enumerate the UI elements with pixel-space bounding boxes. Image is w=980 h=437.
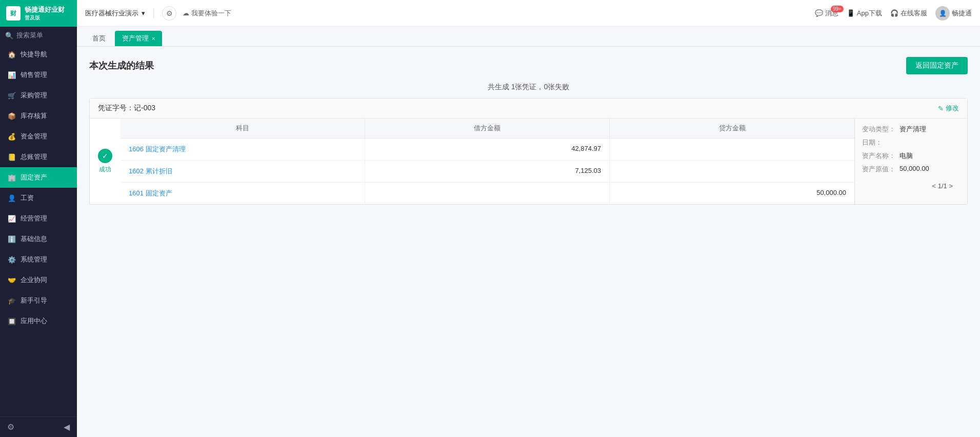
- asset-name-value: 电脑: [899, 151, 913, 161]
- page-title: 本次生成的结果: [89, 59, 154, 72]
- sidebar-item-guide[interactable]: 🎓 新手引导: [0, 290, 77, 311]
- td-subject-0: 1606 固定资产清理: [121, 138, 365, 160]
- app-download-button[interactable]: 📱 App下载: [847, 9, 882, 18]
- table-row-1: 1602 累计折旧 7,125.03: [121, 161, 854, 183]
- sidebar-item-sales[interactable]: 📊 销售管理: [0, 65, 77, 85]
- voucher-header: 凭证字号：记-003 ✎ 修改: [90, 98, 967, 118]
- back-to-fixed-assets-button[interactable]: 返回固定资产: [906, 57, 968, 74]
- search-menu-item[interactable]: 🔍 搜索菜单: [0, 27, 77, 44]
- app-download-label: App下载: [857, 9, 882, 18]
- tabs-bar: 首页 资产管理 ×: [77, 27, 980, 47]
- sidebar-item-ledger[interactable]: 📒 总账管理: [0, 147, 77, 167]
- sidebar-item-app-center[interactable]: 🔲 应用中心: [0, 311, 77, 331]
- tab-home[interactable]: 首页: [85, 31, 113, 46]
- sidebar-footer: ⚙ ◀: [0, 416, 77, 437]
- success-checkmark: ✓: [98, 149, 112, 163]
- table-row-2: 1601 固定资产 50,000.00: [121, 183, 854, 204]
- summary-line: 共生成 1张凭证，0张失败: [89, 83, 968, 92]
- purchase-label: 采购管理: [21, 91, 47, 100]
- asset-name-row: 资产名称： 电脑: [862, 151, 960, 161]
- main-area: 医疗器械行业演示 ▾ ⚙ ☁ 我要体验一下 💬 消息 99+ 📱 App下载 🎧…: [77, 0, 980, 437]
- messages-badge: 99+: [831, 6, 844, 12]
- topbar-divider: [153, 8, 154, 18]
- sidebar-item-business[interactable]: 📈 经营管理: [0, 208, 77, 229]
- logo-subtitle: 普及版: [25, 14, 65, 21]
- edit-button[interactable]: ✎ 修改: [938, 104, 959, 113]
- date-row: 日期：: [862, 138, 960, 147]
- logo-icon: 财: [6, 6, 21, 21]
- payroll-icon: 👤: [7, 193, 16, 203]
- guide-icon: 🎓: [7, 296, 16, 305]
- sidebar-item-fixed-assets[interactable]: 🏢 固定资产: [0, 167, 77, 188]
- tab-asset-management[interactable]: 资产管理 ×: [115, 31, 162, 46]
- asset-name-label: 资产名称：: [862, 151, 895, 161]
- table-row-0: 1606 固定资产清理 42,874.97: [121, 138, 854, 161]
- fixed-assets-icon: 🏢: [7, 173, 16, 182]
- voucher-number: 凭证字号：记-003: [98, 104, 155, 113]
- sidebar-item-system[interactable]: ⚙️ 系统管理: [0, 249, 77, 270]
- purchase-icon: 🛒: [7, 91, 16, 100]
- pagination[interactable]: < 1/1 >: [862, 178, 960, 194]
- table-header: 科目 借方金额 贷方金额: [121, 118, 854, 138]
- sidebar-logo: 财 畅捷通好业财 普及版: [0, 0, 77, 27]
- inventory-icon: 📦: [7, 111, 16, 121]
- success-row: ✓ 成功 科目 借方金额 贷方金额 1606 固定资产清理 42,874.97 …: [90, 118, 854, 204]
- voucher-body: ✓ 成功 科目 借方金额 贷方金额 1606 固定资产清理 42,874.97 …: [90, 118, 967, 204]
- topbar: 医疗器械行业演示 ▾ ⚙ ☁ 我要体验一下 💬 消息 99+ 📱 App下载 🎧…: [77, 0, 980, 27]
- company-name: 医疗器械行业演示: [85, 9, 138, 18]
- business-label: 经营管理: [21, 214, 47, 223]
- fixed-assets-label: 固定资产: [21, 173, 47, 182]
- tab-close-icon[interactable]: ×: [152, 35, 155, 42]
- logo-text: 畅捷通好业财 普及版: [25, 6, 65, 21]
- settings-button[interactable]: ⚙: [162, 6, 176, 21]
- sidebar-item-purchase[interactable]: 🛒 采购管理: [0, 85, 77, 106]
- basic-info-label: 基础信息: [21, 234, 47, 244]
- settings-icon[interactable]: ⚙: [7, 422, 14, 432]
- ledger-icon: 📒: [7, 152, 16, 162]
- change-type-row: 变动类型： 资产清理: [862, 125, 960, 134]
- td-debit-2: [365, 183, 610, 204]
- finance-icon: 💰: [7, 132, 16, 141]
- original-value-value: 50,000.00: [899, 165, 929, 174]
- company-selector[interactable]: 医疗器械行业演示 ▾: [85, 9, 145, 18]
- sidebar-item-finance[interactable]: 💰 资金管理: [0, 126, 77, 147]
- original-value-label: 资产原值：: [862, 165, 895, 174]
- user-menu[interactable]: 👤 畅捷通: [935, 6, 972, 21]
- col-header-credit: 贷方金额: [610, 118, 854, 138]
- date-label: 日期：: [862, 138, 882, 147]
- original-value-row: 资产原值： 50,000.00: [862, 165, 960, 174]
- td-debit-0: 42,874.97: [365, 138, 610, 160]
- sidebar-item-quick-nav[interactable]: 🏠 快捷导航: [0, 44, 77, 65]
- voucher-info-panel: 变动类型： 资产清理 日期： 资产名称： 电脑 资产原值： 50,000.00: [854, 118, 967, 204]
- td-credit-2: 50,000.00: [610, 183, 854, 204]
- cloud-icon: ☁: [183, 9, 189, 17]
- collapse-icon[interactable]: ◀: [64, 422, 70, 432]
- td-debit-1: 7,125.03: [365, 161, 610, 182]
- online-service-label: 在线客服: [901, 9, 927, 18]
- messages-button[interactable]: 💬 消息 99+: [815, 9, 838, 18]
- success-label: 成功: [99, 165, 111, 174]
- inventory-label: 库存核算: [21, 111, 47, 121]
- edit-label: 修改: [946, 104, 959, 113]
- sidebar-item-inventory[interactable]: 📦 库存核算: [0, 106, 77, 126]
- voucher-table: 科目 借方金额 贷方金额 1606 固定资产清理 42,874.97 1602 …: [121, 118, 854, 204]
- avatar: 👤: [935, 6, 950, 21]
- guide-label: 新手引导: [21, 296, 47, 305]
- company-dropdown-icon: ▾: [142, 9, 145, 17]
- quick-nav-label: 快捷导航: [21, 50, 47, 59]
- change-type-label: 变动类型：: [862, 125, 895, 134]
- td-subject-1: 1602 累计折旧: [121, 161, 365, 182]
- sidebar-item-basic-info[interactable]: ℹ️ 基础信息: [0, 229, 77, 249]
- finance-label: 资金管理: [21, 132, 47, 141]
- system-label: 系统管理: [21, 255, 47, 264]
- sidebar-item-payroll[interactable]: 👤 工资: [0, 188, 77, 208]
- search-label: 搜索菜单: [16, 31, 43, 40]
- user-name: 畅捷通: [952, 9, 972, 18]
- trial-button[interactable]: ☁ 我要体验一下: [183, 9, 231, 18]
- sidebar-item-enterprise[interactable]: 🤝 企业协同: [0, 270, 77, 290]
- col-header-debit: 借方金额: [365, 118, 610, 138]
- page-header: 本次生成的结果 返回固定资产: [89, 57, 968, 74]
- payroll-label: 工资: [21, 193, 34, 203]
- online-service-button[interactable]: 🎧 在线客服: [890, 9, 927, 18]
- topbar-right: 💬 消息 99+ 📱 App下载 🎧 在线客服 👤 畅捷通: [815, 6, 972, 21]
